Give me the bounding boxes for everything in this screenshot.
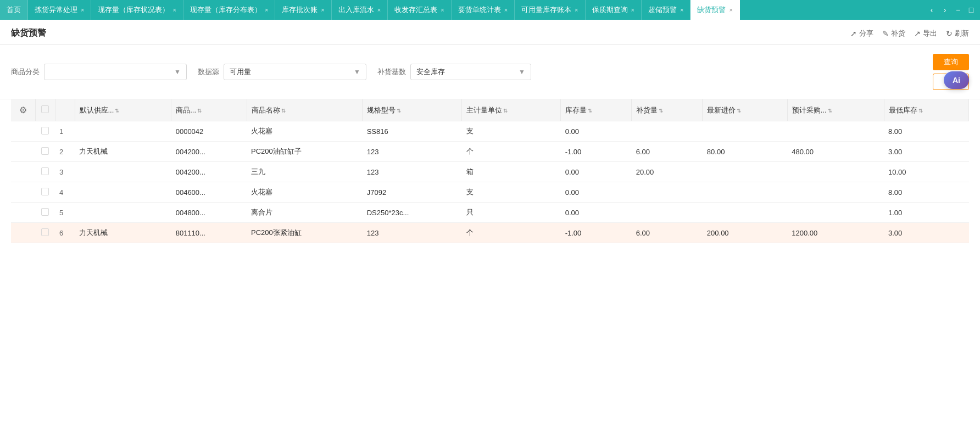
row-checkbox[interactable] <box>41 188 49 195</box>
tab-close-inout-flow[interactable]: × <box>377 7 381 13</box>
table-body: 1 0000042 火花塞 SS816 支 0.00 8.00 2 力天机械 0… <box>11 121 969 243</box>
row-estimated-purchase <box>787 182 884 203</box>
col-default-supplier[interactable]: 默认供应...⇅ <box>75 99 171 121</box>
row-min-stock: 8.00 <box>884 182 969 203</box>
row-settings-cell <box>11 203 35 223</box>
table-row: 4 004600... 火花塞 J7092 支 0.00 8.00 <box>11 182 969 203</box>
tab-abnormal[interactable]: 拣货异常处理 × <box>28 0 91 20</box>
row-index: 1 <box>55 121 75 142</box>
datasource-select[interactable]: 可用量 ▼ <box>224 64 366 80</box>
tab-collect-summary[interactable]: 收发存汇总表 × <box>388 0 451 20</box>
main-content: 缺货预警 ➚ 分享 ✎ 补货 ↗ 导出 ↻ 刷新 商品分类 <box>0 20 980 437</box>
datasource-label: 数据源 <box>198 67 219 77</box>
tab-close-batch-account[interactable]: × <box>321 7 324 13</box>
tab-order-stats[interactable]: 要货单统计表 × <box>452 0 515 20</box>
tab-inventory-dist[interactable]: 现存量（库存分布表） × <box>183 0 275 20</box>
row-checkbox[interactable] <box>41 147 49 155</box>
row-checkbox-cell[interactable] <box>35 162 55 182</box>
restock-button[interactable]: ✎ 补货 <box>882 29 905 38</box>
datasource-select-value: 可用量 <box>230 67 349 77</box>
sort-unit-icon: ⇅ <box>503 108 508 114</box>
tab-nav-buttons: ‹ › − □ <box>923 3 980 16</box>
row-checkbox-cell[interactable] <box>35 121 55 142</box>
row-product-code: 004600... <box>171 182 247 203</box>
tab-bar: 首页 拣货异常处理 × 现存量（库存状况表） × 现存量（库存分布表） × 库存… <box>0 0 980 20</box>
tab-close-shortage-warn[interactable]: × <box>729 7 732 13</box>
tab-prev-button[interactable]: ‹ <box>925 3 938 16</box>
category-label: 商品分类 <box>11 67 40 77</box>
row-checkbox-cell[interactable] <box>35 142 55 162</box>
col-estimated-purchase[interactable]: 预计采购...⇅ <box>787 99 884 121</box>
table-row: 5 004800... 离合片 DS250*23c... 只 0.00 1.00 <box>11 203 969 223</box>
select-all-checkbox[interactable] <box>41 105 49 113</box>
col-spec[interactable]: 规格型号⇅ <box>363 99 462 121</box>
col-index <box>55 99 75 121</box>
row-checkbox-cell[interactable] <box>35 182 55 203</box>
row-min-stock: 3.00 <box>884 142 969 162</box>
category-select[interactable]: ▼ <box>44 64 187 80</box>
col-stock[interactable]: 库存量⇅ <box>561 99 632 121</box>
col-product-name[interactable]: 商品名称⇅ <box>247 99 363 121</box>
row-settings-cell <box>11 162 35 182</box>
row-restock-qty: 6.00 <box>632 223 703 243</box>
tab-close-inventory-status[interactable]: × <box>172 7 176 13</box>
tab-next-button[interactable]: › <box>938 3 951 16</box>
ai-badge[interactable]: Ai <box>944 71 969 89</box>
row-index: 6 <box>55 223 75 243</box>
tab-available-ledger[interactable]: 可用量库存账本 × <box>515 0 585 20</box>
tab-close-inventory-dist[interactable]: × <box>265 7 268 13</box>
row-latest-price: 80.00 <box>703 142 787 162</box>
col-restock-qty[interactable]: 补货量⇅ <box>632 99 703 121</box>
sort-name-icon: ⇅ <box>281 108 286 114</box>
tab-inventory-status[interactable]: 现存量（库存状况表） × <box>91 0 183 20</box>
restock-base-select[interactable]: 安全库存 ▼ <box>410 64 531 80</box>
row-checkbox[interactable] <box>41 228 49 236</box>
row-estimated-purchase <box>787 121 884 142</box>
row-unit: 箱 <box>462 162 561 182</box>
col-latest-price[interactable]: 最新进价⇅ <box>703 99 787 121</box>
tab-maximize-button[interactable]: □ <box>965 3 978 16</box>
row-product-code: 004200... <box>171 162 247 182</box>
tab-inout-flow[interactable]: 出入库流水 × <box>332 0 388 20</box>
tab-shortage-warn[interactable]: 缺货预警 × <box>691 0 739 20</box>
tab-close-overstock-warn[interactable]: × <box>680 7 683 13</box>
row-stock: 0.00 <box>561 203 632 223</box>
tab-overstock-warn[interactable]: 超储预警 × <box>642 0 691 20</box>
sort-supplier-icon: ⇅ <box>115 108 119 114</box>
row-checkbox[interactable] <box>41 208 49 216</box>
row-index: 2 <box>55 142 75 162</box>
col-product-code[interactable]: 商品...⇅ <box>171 99 247 121</box>
col-min-stock[interactable]: 最低库存⇅ <box>884 99 969 121</box>
row-checkbox-cell[interactable] <box>35 223 55 243</box>
tab-batch-account[interactable]: 库存批次账 × <box>275 0 331 20</box>
tab-close-collect-summary[interactable]: × <box>441 7 444 13</box>
row-spec: 123 <box>363 142 462 162</box>
col-settings[interactable]: ⚙ <box>11 99 35 121</box>
tab-close-abnormal[interactable]: × <box>81 7 84 13</box>
share-button[interactable]: ➚ 分享 <box>850 29 873 38</box>
tab-close-available-ledger[interactable]: × <box>575 7 578 13</box>
row-supplier <box>75 182 171 203</box>
row-checkbox[interactable] <box>41 167 49 175</box>
tab-home[interactable]: 首页 <box>0 0 28 20</box>
query-button[interactable]: 查询 <box>933 54 969 70</box>
row-latest-price <box>703 182 787 203</box>
refresh-button[interactable]: ↻ 刷新 <box>946 29 969 38</box>
restock-icon: ✎ <box>882 29 889 38</box>
row-settings-cell <box>11 142 35 162</box>
tab-expiry-query[interactable]: 保质期查询 × <box>586 0 642 20</box>
tab-close-expiry-query[interactable]: × <box>631 7 634 13</box>
col-unit[interactable]: 主计量单位⇅ <box>462 99 561 121</box>
row-supplier <box>75 121 171 142</box>
table-row: 1 0000042 火花塞 SS816 支 0.00 8.00 <box>11 121 969 142</box>
column-settings-icon[interactable]: ⚙ <box>19 105 27 115</box>
export-button[interactable]: ↗ 导出 <box>914 29 937 38</box>
tab-close-order-stats[interactable]: × <box>504 7 508 13</box>
tab-minimize-button[interactable]: − <box>951 3 965 16</box>
row-product-code: 004200... <box>171 142 247 162</box>
row-checkbox[interactable] <box>41 127 49 135</box>
row-supplier: 力天机械 <box>75 142 171 162</box>
datasource-select-arrow-icon: ▼ <box>354 68 360 76</box>
row-restock-qty <box>632 203 703 223</box>
row-checkbox-cell[interactable] <box>35 203 55 223</box>
